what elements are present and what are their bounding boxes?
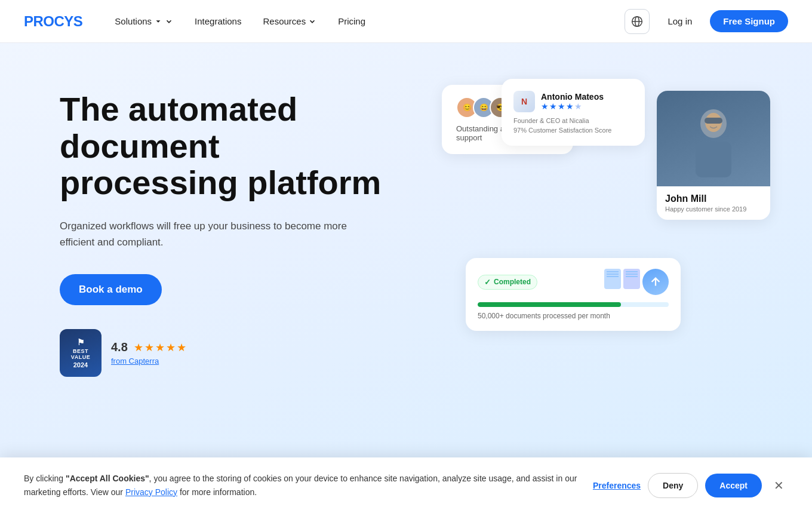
cookie-banner: By clicking "Accept All Cookies", you ag… [0, 457, 812, 506]
close-button[interactable]: ✕ [769, 476, 788, 495]
deny-button[interactable]: Deny [648, 473, 698, 498]
accept-button[interactable]: Accept [705, 474, 762, 497]
chevron-icon-resources [308, 17, 316, 26]
svg-rect-4 [696, 142, 731, 177]
hero-right: 😊 😄 😎 🙂 Outstanding around-the-clock sup… [406, 79, 788, 377]
john-card: John Mill Happy customer since 2019 [657, 91, 770, 220]
completed-text: 50,000+ documents processed per month [478, 312, 669, 320]
star-rating: ★ ★ ★ ★ ★ [134, 341, 186, 354]
chevron-icon-solutions [165, 17, 173, 26]
nav-resources[interactable]: Resources [254, 11, 325, 31]
doc-icons [604, 269, 669, 295]
globe-icon [631, 16, 643, 27]
privacy-policy-link[interactable]: Privacy Policy [125, 487, 177, 497]
testimonial-name: Antonio Mateos [541, 92, 604, 102]
completed-badge: ✓ Completed [478, 275, 537, 290]
testimonial-header: N Antonio Mateos ★ ★ ★ ★ ★ [513, 91, 633, 112]
navbar: PROCYS Solutions Integrations Resources … [0, 0, 812, 43]
hero-title: The automated document processing platfo… [60, 91, 406, 201]
person-illustration [684, 100, 743, 177]
completed-card: ✓ Completed 50,000+ documents processed … [466, 258, 681, 331]
testimonial-stars: ★ ★ ★ ★ ★ [541, 102, 604, 111]
brand-logo[interactable]: PROCYS [24, 13, 82, 30]
doc-icon [623, 269, 640, 289]
rating-info: 4.8 ★ ★ ★ ★ ★ from Capterra [111, 340, 186, 365]
nav-links: Solutions Integrations Resources Pricing [106, 11, 625, 31]
capterra-link[interactable]: from Capterra [111, 357, 186, 365]
book-demo-button[interactable]: Book a demo [60, 274, 162, 305]
svg-rect-8 [705, 118, 722, 124]
rating-score: 4.8 [111, 340, 128, 354]
progress-bar-fill [478, 302, 621, 307]
login-button[interactable]: Log in [657, 10, 703, 32]
upload-icon [642, 269, 669, 295]
cookie-actions: Preferences Deny Accept ✕ [593, 473, 788, 498]
nav-actions: Log in Free Signup [625, 9, 788, 34]
language-button[interactable] [625, 9, 650, 34]
john-info: John Mill Happy customer since 2019 [657, 186, 770, 220]
nav-integrations[interactable]: Integrations [186, 11, 250, 31]
cookie-bold: "Accept All Cookies" [66, 474, 149, 483]
capterra-rating: ⚑ BEST VALUE 2024 4.8 ★ ★ ★ ★ ★ from Cap… [60, 329, 406, 377]
testimonial-role: Founder & CEO at Nicalia [513, 117, 633, 124]
testimonial-score: 97% Customer Satisfaction Score [513, 127, 633, 134]
hero-left: The automated document processing platfo… [60, 79, 406, 377]
nav-solutions[interactable]: Solutions [106, 11, 182, 31]
john-name: John Mill [665, 193, 762, 204]
hero-section: The automated document processing platfo… [0, 43, 812, 465]
john-desc: Happy customer since 2019 [665, 205, 762, 213]
doc-icon [604, 269, 621, 289]
testimonial-card: N Antonio Mateos ★ ★ ★ ★ ★ Founder & CEO… [502, 79, 645, 146]
company-logo: N [513, 91, 535, 112]
john-photo [657, 91, 770, 186]
hero-subtitle: Organized workflows will free up your bu… [60, 218, 358, 250]
preferences-button[interactable]: Preferences [593, 481, 641, 490]
progress-bar-container [478, 302, 669, 307]
completed-header: ✓ Completed [478, 269, 669, 295]
nav-pricing[interactable]: Pricing [330, 11, 374, 31]
signup-button[interactable]: Free Signup [710, 10, 788, 32]
capterra-badge: ⚑ BEST VALUE 2024 [60, 329, 102, 377]
cookie-text: By clicking "Accept All Cookies", you ag… [24, 472, 579, 499]
chevron-down-icon [154, 17, 162, 26]
